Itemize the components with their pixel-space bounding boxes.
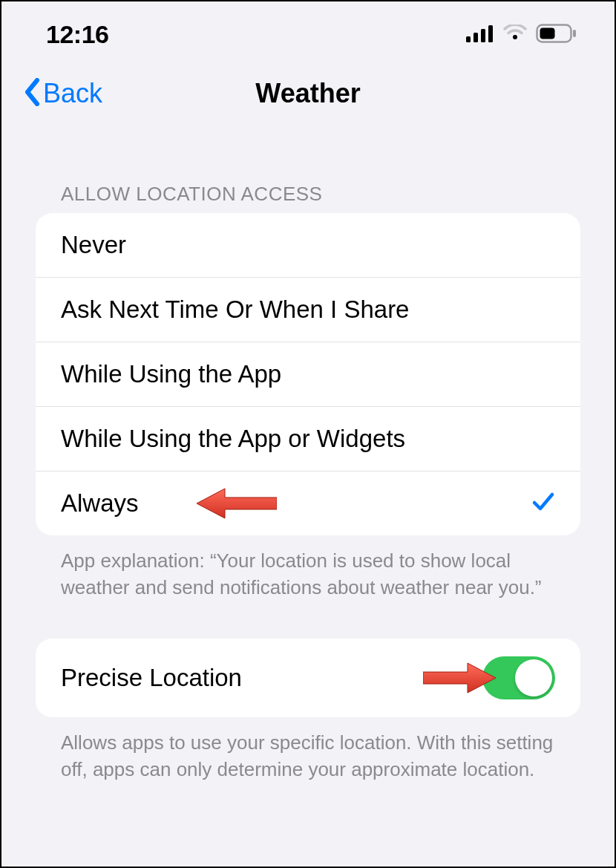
- precise-location-row[interactable]: Precise Location: [36, 639, 580, 717]
- nav-bar: Back Weather: [1, 60, 615, 120]
- option-never[interactable]: Never: [36, 213, 580, 277]
- precise-location-group: Precise Location: [36, 639, 580, 717]
- option-label: Always: [61, 489, 139, 518]
- svg-rect-3: [488, 25, 493, 42]
- svg-rect-6: [573, 30, 576, 37]
- svg-rect-5: [540, 27, 555, 39]
- precise-location-label: Precise Location: [61, 664, 242, 692]
- switch-knob: [515, 659, 552, 696]
- svg-rect-1: [474, 33, 478, 42]
- option-while-using-app[interactable]: While Using the App: [36, 342, 580, 406]
- option-label: While Using the App: [61, 360, 281, 388]
- status-bar: 12:16: [1, 1, 615, 60]
- back-label: Back: [43, 78, 102, 109]
- location-access-group: Never Ask Next Time Or When I Share Whil…: [36, 213, 580, 535]
- svg-rect-2: [481, 29, 485, 42]
- option-label: Never: [61, 231, 126, 259]
- option-label: Ask Next Time Or When I Share: [61, 296, 409, 324]
- option-while-using-app-widgets[interactable]: While Using the App or Widgets: [36, 406, 580, 471]
- precise-footer: Allows apps to use your specific locatio…: [1, 717, 615, 783]
- svg-rect-0: [466, 36, 471, 42]
- status-time: 12:16: [46, 20, 108, 49]
- section-header: ALLOW LOCATION ACCESS: [1, 120, 615, 213]
- back-button[interactable]: Back: [24, 78, 102, 109]
- chevron-left-icon: [24, 78, 40, 109]
- page-title: Weather: [255, 78, 360, 109]
- option-label: While Using the App or Widgets: [61, 425, 405, 453]
- option-ask-next-time[interactable]: Ask Next Time Or When I Share: [36, 277, 580, 342]
- annotation-arrow-icon: [195, 487, 277, 520]
- section-footer: App explanation: “Your location is used …: [1, 535, 615, 601]
- status-icons: [466, 24, 577, 46]
- option-always[interactable]: Always: [36, 471, 580, 535]
- checkmark-icon: [531, 490, 555, 517]
- cellular-icon: [466, 25, 494, 45]
- wifi-icon: [503, 25, 527, 45]
- battery-icon: [536, 24, 577, 46]
- precise-location-toggle[interactable]: [482, 656, 555, 699]
